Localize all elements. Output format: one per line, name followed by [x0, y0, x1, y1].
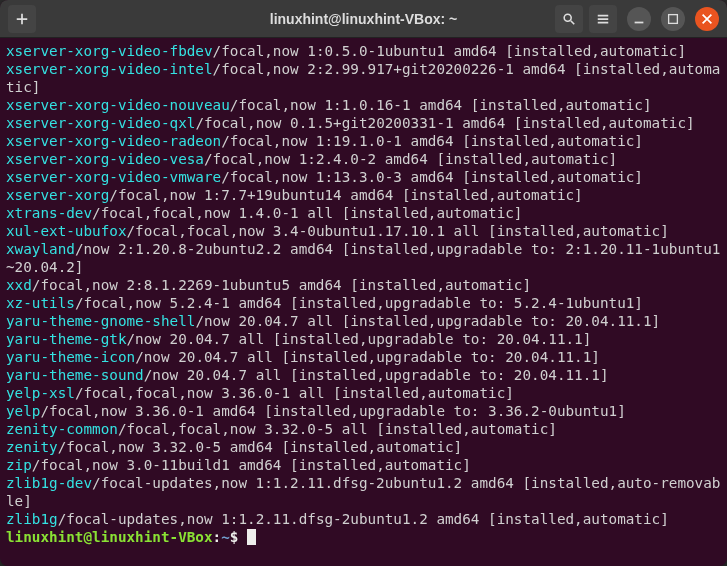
package-name: yaru-theme-icon [6, 349, 135, 365]
package-detail: /focal,now 0.1.5+git20200331-1 amd64 [in… [195, 115, 694, 131]
package-detail: /now 20.04.7 all [installed,upgradable t… [195, 313, 660, 329]
package-detail: /now 2:1.20.8-2ubuntu2.2 amd64 [installe… [6, 241, 720, 275]
output-line: xtrans-dev/focal,focal,now 1.4.0-1 all [… [6, 204, 721, 222]
package-name: yaru-theme-gnome-shell [6, 313, 195, 329]
output-line: xserver-xorg-video-nouveau/focal,now 1:1… [6, 96, 721, 114]
package-name: xul-ext-ubufox [6, 223, 127, 239]
output-line: xwayland/now 2:1.20.8-2ubuntu2.2 amd64 [… [6, 240, 721, 276]
output-line: zip/focal,now 3.0-11build1 amd64 [instal… [6, 456, 721, 474]
output-line: xserver-xorg-video-radeon/focal,now 1:19… [6, 132, 721, 150]
window-title: linuxhint@linuxhint-VBox: ~ [270, 11, 457, 27]
package-name: zlib1g [6, 511, 58, 527]
minimize-icon [632, 12, 646, 26]
output-line: zenity-common/focal,focal,now 3.32.0-5 a… [6, 420, 721, 438]
output-line: yelp-xsl/focal,focal,now 3.36.0-1 all [i… [6, 384, 721, 402]
package-name: yelp [6, 403, 40, 419]
package-name: zip [6, 457, 32, 473]
package-detail: /focal-updates,now 1:1.2.11.dfsg-2ubuntu… [58, 511, 669, 527]
prompt-path: ~ [221, 529, 230, 545]
package-name: xserver-xorg-video-vmware [6, 169, 221, 185]
hamburger-icon [596, 12, 610, 26]
package-name: xz-utils [6, 295, 75, 311]
output-line: xserver-xorg-video-intel/focal,now 2:2.9… [6, 60, 721, 96]
close-icon [700, 12, 714, 26]
package-detail: /now 20.04.7 all [installed,upgradable t… [127, 331, 592, 347]
package-detail: /focal,focal,now 1.4.0-1 all [installed,… [92, 205, 522, 221]
package-name: xserver-xorg-video-fbdev [6, 43, 213, 59]
minimize-button[interactable] [627, 7, 651, 31]
package-detail: /focal,now 1:13.3.0-3 amd64 [installed,a… [221, 169, 643, 185]
package-detail: /focal,now 2:8.1.2269-1ubuntu5 amd64 [in… [32, 277, 531, 293]
prompt-sep: : [213, 529, 222, 545]
maximize-icon [666, 12, 680, 26]
new-tab-button[interactable] [8, 5, 36, 33]
package-detail: /focal-updates,now 1:1.2.11.dfsg-2ubuntu… [6, 475, 720, 509]
package-detail: /focal,focal,now 3.4-0ubuntu1.17.10.1 al… [127, 223, 669, 239]
cursor [247, 529, 256, 545]
package-name: xserver-xorg-video-nouveau [6, 97, 230, 113]
package-name: xserver-xorg [6, 187, 109, 203]
svg-point-0 [564, 14, 571, 21]
package-name: yelp-xsl [6, 385, 75, 401]
package-detail: /focal,focal,now 3.36.0-1 all [installed… [75, 385, 514, 401]
package-name: xxd [6, 277, 32, 293]
output-line: yelp/focal,now 3.36.0-1 amd64 [installed… [6, 402, 721, 420]
package-detail: /focal,now 1:19.1.0-1 amd64 [installed,a… [221, 133, 643, 149]
output-line: yaru-theme-gnome-shell/now 20.04.7 all [… [6, 312, 721, 330]
package-name: xserver-xorg-video-intel [6, 61, 213, 77]
package-name: zenity [6, 439, 58, 455]
output-line: zlib1g/focal-updates,now 1:1.2.11.dfsg-2… [6, 510, 721, 528]
output-line: zenity/focal,now 3.32.0-5 amd64 [install… [6, 438, 721, 456]
package-name: xserver-xorg-video-radeon [6, 133, 221, 149]
package-detail: /focal,now 3.36.0-1 amd64 [installed,upg… [40, 403, 625, 419]
terminal-window: linuxhint@linuxhint-VBox: ~ xserver-xorg… [0, 0, 727, 566]
titlebar: linuxhint@linuxhint-VBox: ~ [0, 0, 727, 38]
maximize-button[interactable] [661, 7, 685, 31]
output-line: yaru-theme-icon/now 20.04.7 all [install… [6, 348, 721, 366]
package-name: yaru-theme-sound [6, 367, 144, 383]
package-detail: /focal,now 1:0.5.0-1ubuntu1 amd64 [insta… [213, 43, 686, 59]
package-detail: /now 20.04.7 all [installed,upgradable t… [135, 349, 600, 365]
package-detail: /focal,now 3.0-11build1 amd64 [installed… [32, 457, 471, 473]
package-name: xserver-xorg-video-qxl [6, 115, 195, 131]
svg-rect-2 [635, 21, 644, 23]
plus-icon [15, 12, 29, 26]
package-detail: /focal,now 1:7.7+19ubuntu14 amd64 [insta… [109, 187, 582, 203]
prompt-end: $ [230, 529, 247, 545]
prompt-userhost: linuxhint@linuxhint-VBox [6, 529, 213, 545]
output-line: yaru-theme-gtk/now 20.04.7 all [installe… [6, 330, 721, 348]
terminal-output[interactable]: xserver-xorg-video-fbdev/focal,now 1:0.5… [0, 38, 727, 566]
prompt-line[interactable]: linuxhint@linuxhint-VBox:~$ [6, 528, 721, 546]
output-line: yaru-theme-sound/now 20.04.7 all [instal… [6, 366, 721, 384]
output-line: xxd/focal,now 2:8.1.2269-1ubuntu5 amd64 … [6, 276, 721, 294]
package-name: yaru-theme-gtk [6, 331, 127, 347]
output-line: xserver-xorg-video-qxl/focal,now 0.1.5+g… [6, 114, 721, 132]
svg-line-1 [571, 20, 575, 24]
output-line: xserver-xorg-video-vmware/focal,now 1:13… [6, 168, 721, 186]
package-detail: /focal,focal,now 3.32.0-5 all [installed… [118, 421, 557, 437]
output-line: xz-utils/focal,now 5.2.4-1 amd64 [instal… [6, 294, 721, 312]
package-detail: /focal,now 1:1.0.16-1 amd64 [installed,a… [230, 97, 652, 113]
search-button[interactable] [555, 5, 583, 33]
package-name: xwayland [6, 241, 75, 257]
package-detail: /focal,now 5.2.4-1 amd64 [installed,upgr… [75, 295, 643, 311]
output-line: xul-ext-ubufox/focal,focal,now 3.4-0ubun… [6, 222, 721, 240]
package-detail: /now 20.04.7 all [installed,upgradable t… [144, 367, 609, 383]
package-name: zenity-common [6, 421, 118, 437]
svg-rect-3 [669, 14, 678, 23]
search-icon [562, 12, 576, 26]
package-name: xtrans-dev [6, 205, 92, 221]
package-detail: /focal,now 3.32.0-5 amd64 [installed,aut… [58, 439, 463, 455]
close-button[interactable] [695, 7, 719, 31]
package-name: xserver-xorg-video-vesa [6, 151, 204, 167]
package-name: zlib1g-dev [6, 475, 92, 491]
output-line: xserver-xorg/focal,now 1:7.7+19ubuntu14 … [6, 186, 721, 204]
output-line: xserver-xorg-video-fbdev/focal,now 1:0.5… [6, 42, 721, 60]
output-line: xserver-xorg-video-vesa/focal,now 1:2.4.… [6, 150, 721, 168]
output-line: zlib1g-dev/focal-updates,now 1:1.2.11.df… [6, 474, 721, 510]
menu-button[interactable] [589, 5, 617, 33]
package-detail: /focal,now 1:2.4.0-2 amd64 [installed,au… [204, 151, 617, 167]
